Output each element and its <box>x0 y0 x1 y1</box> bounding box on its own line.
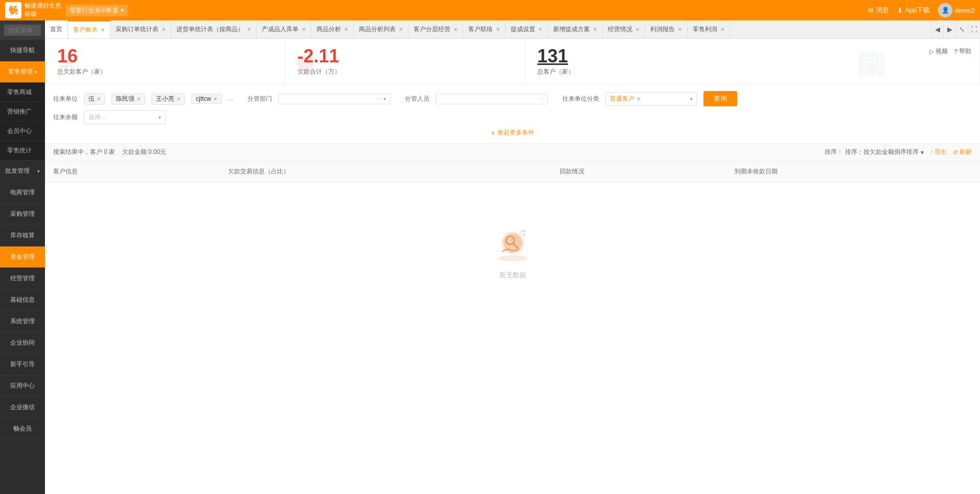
top-bar-right: ✉ 消息 ⬇ App下载 👤 demo2 <box>868 3 975 17</box>
filter-tag-ordinary-customer: 普通客户 ✕ <box>610 95 641 103</box>
sidebar-item-retail-mgmt[interactable]: 零售管理 ▾ <box>0 61 45 83</box>
tab-close-retail-profit[interactable]: ✕ <box>720 27 724 32</box>
tab-close-customer-segment[interactable]: ✕ <box>453 27 458 32</box>
filter-person-select[interactable]: ··· <box>436 94 548 104</box>
filter-tag-unit-chenminqiang: 陈民强 ✕ <box>111 93 145 105</box>
tab-purchase-order-stats[interactable]: 采购订单统计表 ✕ <box>110 20 171 39</box>
tab-close-product-analysis[interactable]: ✕ <box>344 27 348 32</box>
app-download-btn[interactable]: ⬇ App下载 <box>897 6 930 15</box>
sidebar-item-app-center[interactable]: 应用中心 <box>0 375 45 397</box>
tab-close-customer-ledger[interactable]: ✕ <box>101 27 105 33</box>
refresh-button[interactable]: ↺ 刷新 <box>953 148 972 156</box>
sidebar-item-operations-mgmt[interactable]: 经营管理 <box>0 268 45 289</box>
tab-purchase-stats-by-product[interactable]: 进货单统计表（按商品） ✕ <box>171 20 257 39</box>
tab-close-new-promotion-plan[interactable]: ✕ <box>593 27 597 32</box>
filter-unit-label: 往来单位 <box>53 95 78 103</box>
filter-row-2: 往来余额 选择... ▾ <box>53 110 972 124</box>
sidebar-item-finance-mgmt[interactable]: 资金管理 <box>0 246 45 268</box>
tab-close-business-status[interactable]: ✕ <box>635 27 640 32</box>
filter-person-label: 分管人员 <box>405 95 429 103</box>
filter-tag-close-cjttcw[interactable]: ✕ <box>213 96 217 102</box>
query-button[interactable]: 查询 <box>703 91 737 106</box>
export-button[interactable]: ↑ 导出 <box>930 148 947 156</box>
results-left: 搜索结果中，客户 0 家 欠款金额 0.00元 <box>53 148 166 156</box>
table-header: 客户信息 欠款交易信息（占比） 回款情况 到期未收款日期 <box>45 161 980 183</box>
filter-dept-select[interactable]: ··· ▾ <box>278 94 391 104</box>
message-btn[interactable]: ✉ 消息 <box>868 6 889 15</box>
sidebar-item-basic-info[interactable]: 基础信息 <box>0 289 45 311</box>
stat-card-total-customers: 🏢 131 总客户（家） ▷ 视频 ? 帮助 <box>525 39 980 84</box>
sidebar-item-new-guide[interactable]: 新手引导 <box>0 354 45 375</box>
tab-close-customer-contact[interactable]: ✕ <box>496 27 500 32</box>
tab-customer-ledger[interactable]: 客户账本 ✕ <box>68 20 110 39</box>
sidebar-item-marketing[interactable]: 营销推广 <box>0 102 45 122</box>
tab-product-analysis-list[interactable]: 商品分析列表 ✕ <box>354 20 408 39</box>
account-dropdown[interactable]: 母婴行业演示帐套 ▾ <box>65 5 128 16</box>
sidebar-item-retail-mall[interactable]: 零售商城 <box>0 83 45 102</box>
sidebar-item-inventory-check[interactable]: 库存核算 <box>0 225 45 246</box>
sidebar-item-retail-stats[interactable]: 零售统计 <box>0 141 45 161</box>
filter-tag-close-ordinary[interactable]: ✕ <box>636 96 641 102</box>
sidebar-item-system-mgmt[interactable]: 系统管理 <box>0 311 45 332</box>
sidebar-item-wholesale-mgmt[interactable]: 批发管理 ▾ <box>0 161 45 182</box>
tab-nav-next[interactable]: ▶ <box>943 20 955 39</box>
main-content: ¥ 16 总欠款客户（家） ◆ -2.11 欠款合计（万） <box>45 39 980 494</box>
filter-tag-close-wu[interactable]: ✕ <box>97 96 101 102</box>
tab-close-product-analysis-list[interactable]: ✕ <box>399 27 403 32</box>
tab-home[interactable]: 首页 <box>45 20 68 39</box>
filter-tag-unit-wangxiaoliang: 王小亮 ✕ <box>151 93 185 105</box>
logo-area: 畅 畅捷通好生意 标版 <box>5 2 61 18</box>
tab-promotion-settings[interactable]: 提成设置 ✕ <box>506 20 548 39</box>
user-avatar-btn[interactable]: 👤 demo2 <box>938 3 975 17</box>
svg-point-0 <box>498 255 527 261</box>
col-repayment: 回款情况 <box>552 161 726 183</box>
sidebar-item-enterprise-coop[interactable]: 企业协同 <box>0 332 45 354</box>
tab-product-purchase-list[interactable]: 产成品入库单 ✕ <box>257 20 311 39</box>
collapse-btn[interactable]: ∧ 收起更多条件 <box>491 128 534 137</box>
content-area: 首页 客户账本 ✕ 采购订单统计表 ✕ 进货单统计表（按商品） ✕ 产成品入库单… <box>45 20 980 494</box>
tab-profit-report[interactable]: 利润报告 ✕ <box>645 20 688 39</box>
search-menu-input[interactable] <box>4 25 41 36</box>
filter-balance-select[interactable]: 选择... ▾ <box>84 110 166 124</box>
sidebar-item-purchase-mgmt[interactable]: 采购管理 <box>0 204 45 225</box>
tab-bar: 首页 客户账本 ✕ 采购订单统计表 ✕ 进货单统计表（按商品） ✕ 产成品入库单… <box>45 20 980 39</box>
tab-close-product-purchase-list[interactable]: ✕ <box>302 27 306 32</box>
tab-product-analysis[interactable]: 商品分析 ✕ <box>311 20 354 39</box>
filter-tag-close-chenminqiang[interactable]: ✕ <box>136 96 141 102</box>
filter-unit-classify-select[interactable]: 普通客户 ✕ ▾ <box>605 92 697 106</box>
tab-close-promotion-settings[interactable]: ✕ <box>538 27 542 32</box>
logo-text: 畅捷通好生意 标版 <box>25 2 61 18</box>
tab-nav-expand[interactable]: ⤡ <box>955 20 968 39</box>
tab-close-purchase-stats-by-product[interactable]: ✕ <box>247 27 251 32</box>
tab-customer-segment[interactable]: 客户分层经营 ✕ <box>408 20 463 39</box>
tab-business-status[interactable]: 经营情况 ✕ <box>603 20 645 39</box>
stat-content-total-customers: 131 总客户（家） <box>537 47 574 76</box>
tab-close-profit-report[interactable]: ✕ <box>678 27 682 32</box>
sidebar-item-quick-nav[interactable]: 快捷导航 <box>0 40 45 61</box>
filter-tag-unit-default: 伍 ✕ <box>84 93 105 105</box>
collapse-row: ∧ 收起更多条件 <box>53 128 972 137</box>
sidebar-item-member-center[interactable]: 会员中心 <box>0 122 45 141</box>
sidebar-search-area <box>0 20 45 40</box>
sidebar-item-enterprise-wechat[interactable]: 企业微信 <box>0 397 45 418</box>
filter-tag-close-wangxiaoliang[interactable]: ✕ <box>176 96 180 102</box>
sidebar-item-ecommerce-mgmt[interactable]: 电商管理 <box>0 182 45 204</box>
tab-nav-buttons: ◀ ▶ ⤡ ⛶ <box>931 20 980 39</box>
tab-nav-fullscreen[interactable]: ⛶ <box>968 20 980 39</box>
stat-icon-building: 🏢 <box>856 47 887 77</box>
stat-icon-amount: ◆ <box>295 47 315 77</box>
sidebar-item-vip-member[interactable]: 畅会员 <box>0 418 45 440</box>
col-due-date: 到期未收款日期 <box>726 161 980 183</box>
video-btn[interactable]: ▷ 视频 <box>929 47 948 56</box>
filter-more-units[interactable]: ... <box>228 95 233 102</box>
tab-nav-prev[interactable]: ◀ <box>931 20 943 39</box>
filter-area: 往来单位 伍 ✕ 陈民强 ✕ 王小亮 ✕ <box>45 85 980 144</box>
filter-row-1: 往来单位 伍 ✕ 陈民强 ✕ 王小亮 ✕ <box>53 91 972 106</box>
tab-new-promotion-plan[interactable]: 新增提成方案 ✕ <box>548 20 603 39</box>
tab-close-purchase-order-stats[interactable]: ✕ <box>162 27 166 32</box>
help-btn[interactable]: ? 帮助 <box>954 47 971 56</box>
tab-retail-profit[interactable]: 零售利润 ✕ <box>688 20 730 39</box>
filter-unit-classify-label: 往来单位分类 <box>562 95 599 103</box>
tab-customer-contact[interactable]: 客户联络 ✕ <box>463 20 506 39</box>
sort-button[interactable]: 排序： 排序：按欠款金额倒序排序 ▾ <box>825 148 924 156</box>
